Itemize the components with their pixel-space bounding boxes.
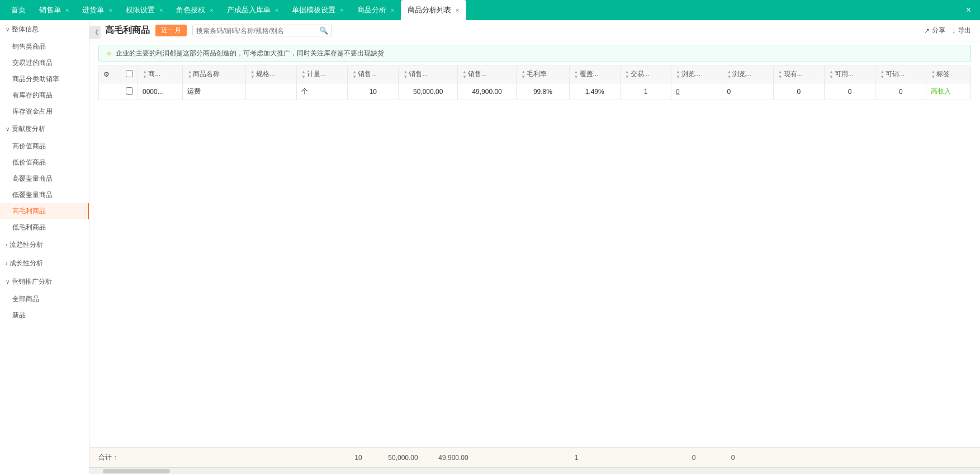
content-area: 《 高毛利商品 近一月 🔍 ↗分享↓导出 ✧ 企业的主要的利润都是这部分商品创造…: [89, 20, 980, 474]
chevron-icon: ∨: [6, 126, 10, 132]
nav-item-首页[interactable]: 首页: [4, 0, 32, 20]
col-header-view2[interactable]: ▲▼浏览...: [722, 66, 773, 83]
sidebar-item-有库存的商品[interactable]: 有库存的商品: [0, 87, 89, 104]
nav-item-单据模板设置[interactable]: 单据模板设置×: [285, 0, 350, 20]
nav-item-角色授权[interactable]: 角色授权×: [169, 0, 220, 20]
cell-view1: 0: [671, 83, 722, 100]
col-header-code[interactable]: ▲▼商...: [138, 66, 183, 83]
export-button[interactable]: ↓导出: [952, 26, 971, 35]
nav-item-进货单[interactable]: 进货单×: [75, 0, 119, 20]
nav-item-产成品入库单[interactable]: 产成品入库单×: [220, 0, 285, 20]
cell-current: 0: [773, 83, 824, 100]
sort-icon: ▲▼: [250, 69, 255, 79]
sort-icon: ▲▼: [352, 69, 357, 79]
nav-close-icon[interactable]: ×: [275, 7, 278, 13]
footer-cell-sales_amount: 50,000.00: [378, 454, 428, 462]
nav-item-商品分析列表[interactable]: 商品分析列表×: [401, 0, 466, 20]
sidebar-section-label: 整体信息: [12, 25, 39, 34]
sidebar-item-低价值商品[interactable]: 低价值商品: [0, 154, 89, 171]
search-input[interactable]: [196, 27, 319, 35]
sidebar-item-库存资金占用[interactable]: 库存资金占用: [0, 104, 89, 120]
info-banner-text: 企业的主要的利润都是这部分商品创造的，可考虑加大推广，同时关注库存是不要出现缺货: [116, 49, 384, 58]
sidebar-item-销售类商品[interactable]: 销售类商品: [0, 39, 89, 55]
col-header-available[interactable]: ▲▼可用...: [824, 66, 875, 83]
share-button[interactable]: ↗分享: [924, 26, 945, 35]
sidebar-item-交易过的商品[interactable]: 交易过的商品: [0, 55, 89, 71]
sidebar-item-新品[interactable]: 新品: [0, 307, 89, 323]
cell-settings: [99, 83, 121, 100]
sort-icon: ▲▼: [625, 69, 629, 79]
cell-unit: 个: [296, 83, 347, 100]
col-header-trade[interactable]: ▲▼交易...: [620, 66, 671, 83]
scroll-thumb[interactable]: [103, 469, 170, 473]
cell-code: 0000...: [138, 83, 183, 100]
sort-icon: ▲▼: [829, 69, 834, 79]
col-header-settings[interactable]: ⚙: [99, 66, 121, 83]
cell-sales_amount: 50,000.00: [399, 83, 457, 100]
sidebar-section-成长性分析[interactable]: ›成长性分析: [0, 254, 89, 273]
sidebar-section-流趋性分析[interactable]: ›流趋性分析: [0, 236, 89, 254]
sort-icon: ▲▼: [931, 69, 935, 79]
col-header-sales_profit[interactable]: ▲▼销售...: [457, 66, 516, 83]
footer-row: 合计： 1050,000.0049,900.00100: [89, 447, 980, 467]
nav-close-icon[interactable]: ×: [108, 7, 112, 13]
col-header-sales_amount[interactable]: ▲▼销售...: [399, 66, 457, 83]
col-header-view1[interactable]: ▲▼浏览...: [671, 66, 722, 83]
col-header-sellable[interactable]: ▲▼可销...: [875, 66, 926, 83]
select-all-checkbox[interactable]: [126, 70, 133, 77]
nav-item-权限设置[interactable]: 权限设置×: [119, 0, 169, 20]
footer-cell-available: 0: [713, 454, 752, 462]
export-label: 导出: [958, 26, 971, 35]
sidebar-collapse-button[interactable]: 《: [89, 26, 101, 39]
sidebar-item-高毛利商品[interactable]: 高毛利商品: [0, 203, 89, 219]
sidebar-item-低毛利商品[interactable]: 低毛利商品: [0, 219, 89, 236]
cell-trade: 1: [620, 83, 671, 100]
sidebar-item-高覆盖量商品[interactable]: 高覆盖量商品: [0, 171, 89, 187]
nav-close-icon[interactable]: ×: [340, 7, 343, 13]
row-checkbox[interactable]: [126, 87, 133, 95]
header-actions: ↗分享↓导出: [924, 26, 971, 35]
col-header-coverage[interactable]: ▲▼覆盖...: [569, 66, 620, 83]
col-header-current[interactable]: ▲▼现有...: [773, 66, 824, 83]
close-app-button[interactable]: ×: [962, 5, 976, 15]
sidebar-section-营销推广分析[interactable]: ∨营销推广分析: [0, 273, 89, 291]
nav-close-icon[interactable]: ×: [159, 7, 163, 13]
search-box: 🔍: [192, 25, 332, 36]
view-link[interactable]: 0: [676, 88, 680, 96]
nav-close-icon[interactable]: ×: [210, 7, 213, 13]
scrollbar-area[interactable]: [89, 467, 980, 474]
cell-tag: 高收入: [926, 83, 971, 100]
nav-close-icon[interactable]: ×: [65, 7, 69, 13]
nav-item-商品分析[interactable]: 商品分析×: [351, 0, 401, 20]
col-header-checkbox[interactable]: [121, 66, 138, 83]
col-header-gross_rate[interactable]: ▲▼毛利率: [517, 66, 569, 83]
sidebar-item-全部商品[interactable]: 全部商品: [0, 291, 89, 307]
col-header-spec[interactable]: ▲▼规格...: [245, 66, 296, 83]
sort-icon: ▲▼: [521, 69, 525, 79]
top-nav: 首页销售单×进货单×权限设置×角色授权×产成品入库单×单据模板设置×商品分析×商…: [0, 0, 980, 20]
sidebar-item-低覆盖量商品[interactable]: 低覆盖量商品: [0, 187, 89, 203]
data-table: ⚙▲▼商...▲▼商品名称▲▼规格...▲▼计量...▲▼销售...▲▼销售..…: [98, 65, 971, 100]
sort-icon: ▲▼: [143, 69, 147, 79]
sidebar-item-商品分类助销率[interactable]: 商品分类助销率: [0, 71, 89, 87]
col-header-unit[interactable]: ▲▼计量...: [296, 66, 347, 83]
sidebar-section-贡献度分析[interactable]: ∨贡献度分析: [0, 120, 89, 138]
cell-coverage: 1.49%: [569, 83, 620, 100]
col-header-tag[interactable]: ▲▼标签: [926, 66, 971, 83]
footer-cell-current: 0: [674, 454, 713, 462]
sidebar-item-高价值商品[interactable]: 高价值商品: [0, 138, 89, 154]
filter-recent-month-button[interactable]: 近一月: [155, 25, 187, 36]
nav-item-销售单[interactable]: 销售单×: [32, 0, 75, 20]
sort-icon: ▲▼: [187, 69, 192, 79]
share-icon: ↗: [924, 27, 930, 35]
sort-icon: ▲▼: [462, 69, 467, 79]
sidebar-section-整体信息[interactable]: ∨整体信息: [0, 20, 89, 39]
share-label: 分享: [932, 26, 945, 35]
sort-icon: ▲▼: [778, 69, 783, 79]
nav-close-icon[interactable]: ×: [391, 7, 394, 13]
search-icon: 🔍: [319, 26, 328, 35]
nav-close-icon[interactable]: ×: [456, 7, 459, 13]
col-header-sales_qty[interactable]: ▲▼销售...: [348, 66, 399, 83]
col-header-name[interactable]: ▲▼商品名称: [183, 66, 245, 83]
export-icon: ↓: [952, 27, 955, 35]
